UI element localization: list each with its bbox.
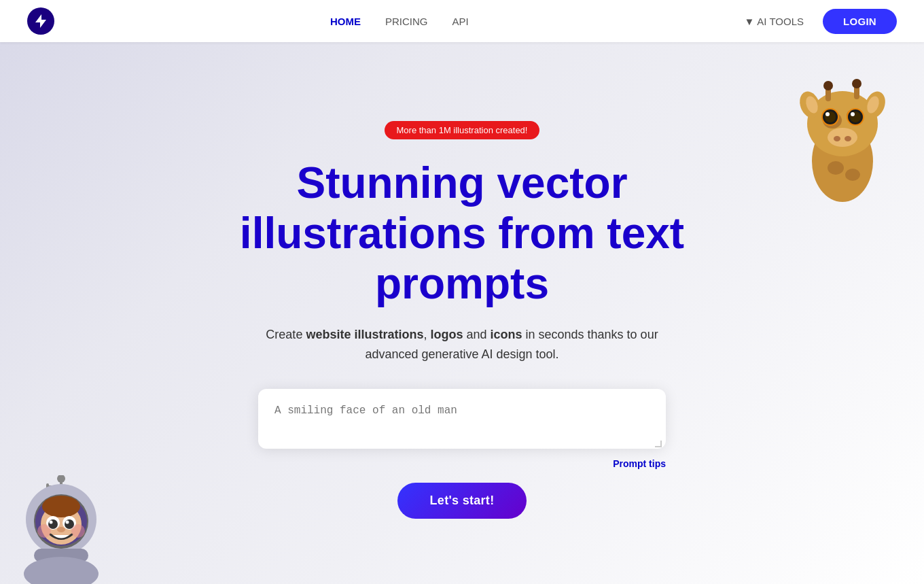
- hero-subtitle: Create website illustrations, logos and …: [258, 325, 666, 364]
- subtitle-bold3: icons: [491, 328, 522, 341]
- navbar: HOME PRICING API ▼ AI TOOLS LOGIN: [0, 0, 924, 42]
- login-button[interactable]: LOGIN: [823, 9, 897, 34]
- svg-point-22: [828, 128, 857, 147]
- logo[interactable]: [27, 7, 54, 35]
- nav-pricing[interactable]: PRICING: [385, 16, 428, 27]
- hero-title-line2: illustrations from text: [240, 209, 684, 258]
- nav-links: HOME PRICING API: [330, 16, 469, 27]
- svg-point-18: [825, 112, 830, 116]
- resize-handle: [655, 441, 662, 447]
- prompt-tips-link[interactable]: Prompt tips: [613, 458, 666, 469]
- prompt-tips-row: Prompt tips: [258, 458, 666, 469]
- start-button[interactable]: Let's start!: [397, 483, 527, 519]
- hero-title: Stunning vector illustrations from text …: [240, 158, 684, 309]
- svg-point-28: [57, 475, 65, 483]
- badge: More than 1M illustration created!: [385, 121, 540, 139]
- svg-point-19: [851, 112, 855, 116]
- ai-tools-label: AI TOOLS: [757, 16, 804, 27]
- hero-title-line1: Stunning vector: [296, 158, 627, 207]
- svg-point-46: [24, 557, 99, 584]
- svg-point-25: [828, 161, 844, 175]
- svg-point-43: [71, 524, 85, 538]
- ai-tools-menu[interactable]: ▼ AI TOOLS: [744, 16, 804, 27]
- nav-api[interactable]: API: [452, 16, 468, 27]
- subtitle-bold1: website illustrations: [306, 328, 423, 341]
- chevron-down-icon: ▼: [744, 16, 754, 27]
- prompt-input[interactable]: [258, 389, 666, 449]
- nav-home[interactable]: HOME: [330, 16, 361, 27]
- nav-right: ▼ AI TOOLS LOGIN: [744, 9, 897, 34]
- svg-point-23: [834, 136, 840, 141]
- hero-section: More than 1M illustration created! Stunn…: [0, 42, 924, 584]
- svg-point-40: [50, 521, 53, 524]
- svg-point-24: [845, 136, 851, 141]
- svg-marker-0: [35, 14, 46, 28]
- giraffe-illustration: [788, 56, 897, 205]
- subtitle-bold2: logos: [430, 328, 463, 341]
- svg-point-41: [66, 521, 69, 524]
- svg-point-13: [852, 79, 861, 88]
- svg-point-11: [823, 81, 833, 90]
- svg-point-42: [37, 524, 51, 538]
- hero-title-line3: prompts: [375, 259, 549, 308]
- svg-point-44: [57, 527, 65, 532]
- search-container: [258, 389, 666, 451]
- astronaut-illustration: [0, 475, 126, 584]
- svg-point-35: [42, 496, 80, 517]
- logo-icon: [27, 7, 54, 35]
- svg-point-26: [845, 169, 860, 181]
